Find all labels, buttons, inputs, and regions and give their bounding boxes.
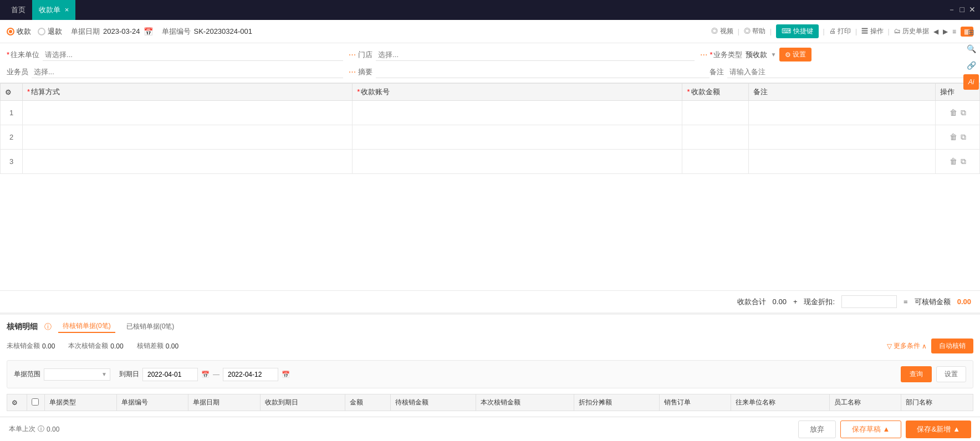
range-field: 单据范围 ▼: [14, 368, 110, 381]
delete-icon-1[interactable]: 🗑: [950, 108, 957, 117]
search-settings-btn[interactable]: 设置: [936, 366, 966, 382]
row-amount-3[interactable]: [682, 150, 749, 174]
row-settle-1[interactable]: [23, 101, 353, 125]
save-draft-btn[interactable]: 保存草稿 ▲: [840, 421, 902, 438]
minimize-icon[interactable]: －: [948, 5, 956, 15]
copy-icon-1[interactable]: ⧉: [961, 108, 966, 117]
sidebar-ai-icon[interactable]: Ai: [963, 74, 979, 90]
row-note-1[interactable]: [749, 101, 936, 125]
row-amount-1[interactable]: [682, 101, 749, 125]
nav-tab-receipt[interactable]: 收款单 ×: [32, 0, 75, 20]
layout-icon[interactable]: ≡: [952, 28, 956, 35]
delete-icon-2[interactable]: 🗑: [950, 132, 957, 142]
row-note-2[interactable]: [749, 125, 936, 150]
tab-pending[interactable]: 待核销单据(0笔): [58, 320, 115, 333]
close-icon[interactable]: ✕: [969, 5, 976, 15]
col-note: 备注: [749, 84, 936, 101]
history-link[interactable]: 🗂 历史单据: [894, 27, 929, 36]
search-actions: 查询 设置: [901, 366, 966, 382]
reconcile-info-icon[interactable]: ⓘ: [44, 322, 52, 332]
staff-more-btn[interactable]: ···: [346, 67, 358, 77]
uncancelled-amount: 未核销金额 0.00: [7, 339, 55, 353]
more-conditions-link[interactable]: ▽ 更多条件 ∧: [887, 341, 927, 351]
btcol-amount: 金额: [345, 394, 391, 411]
note-label: 备注: [710, 67, 724, 77]
shortcut-btn[interactable]: ⌨ 快捷键: [776, 24, 818, 38]
col-settle-method: 结算方式: [23, 84, 353, 101]
sidebar-search-icon[interactable]: 🔍: [963, 41, 979, 57]
staff-input[interactable]: [32, 66, 343, 78]
copy-icon-3[interactable]: ⧉: [961, 157, 966, 166]
tab-done[interactable]: 已核销单据(0笔): [122, 321, 179, 332]
table-gear-header[interactable]: ⚙: [1, 84, 23, 101]
from-unit-more-btn[interactable]: ···: [346, 50, 358, 60]
reconcile-section: 核销明细 ⓘ 待核销单据(0笔) 已核销单据(0笔) 未核销金额 0.00 本次…: [0, 312, 980, 417]
net-amount-value: 0.00: [957, 298, 971, 306]
date-label-search: 到期日: [119, 370, 139, 379]
store-more-btn[interactable]: ···: [698, 50, 710, 60]
row-account-3[interactable]: [353, 150, 682, 174]
nav-actions: － □ ✕: [948, 5, 976, 15]
summary-field: 摘要: [358, 66, 710, 78]
business-type-dropdown[interactable]: ▼: [770, 52, 776, 58]
row-account-1[interactable]: [353, 101, 682, 125]
date-to-input[interactable]: [223, 368, 278, 381]
operation-link[interactable]: ☰ 操作: [861, 27, 883, 36]
copy-icon-2[interactable]: ⧉: [961, 132, 966, 142]
nav-prev-icon[interactable]: ◀: [933, 28, 938, 35]
help-link[interactable]: ◎ 帮助: [744, 27, 765, 36]
summary-input[interactable]: [376, 66, 710, 78]
summary-label: 摘要: [358, 67, 372, 77]
current-cancel-amount: 本次核销金额 0.00: [68, 339, 123, 353]
btcol-gear[interactable]: ⚙: [7, 394, 27, 411]
calendar-to-icon[interactable]: 📅: [282, 371, 290, 378]
table-row: 1 🗑 ⧉: [1, 101, 980, 125]
auto-cancel-btn[interactable]: 自动核销: [931, 339, 973, 353]
main-table: ⚙ 结算方式 收款账号 收款金额 备注 操作 1 �: [0, 83, 980, 174]
bottom-table-section: ⚙ 单据类型 单据编号 单据日期 收款到期日 金额 待核销金额 本次核销金额 折…: [7, 394, 973, 411]
nav-next-icon[interactable]: ▶: [943, 28, 948, 35]
note-input[interactable]: [727, 66, 973, 78]
row-account-2[interactable]: [353, 125, 682, 150]
select-all-checkbox[interactable]: [32, 398, 39, 406]
collection-total-value: 0.00: [773, 298, 787, 306]
cancel-diff-amount: 核销差额 0.00: [137, 339, 178, 353]
refund-radio[interactable]: 退款: [38, 27, 62, 37]
tab-close-icon[interactable]: ×: [65, 6, 69, 14]
maximize-icon[interactable]: □: [960, 5, 964, 15]
query-btn[interactable]: 查询: [901, 366, 932, 382]
from-unit-label: 往来单位: [7, 50, 39, 60]
abandon-btn[interactable]: 放弃: [798, 421, 836, 438]
nav-tab-home[interactable]: 首页: [4, 0, 32, 20]
btcol-unit-name: 往来单位名称: [731, 394, 829, 411]
sidebar-attach-icon[interactable]: 🔗: [963, 58, 979, 73]
save-new-btn[interactable]: 保存&新增 ▲: [906, 421, 971, 438]
col-amount: 收款金额: [682, 84, 749, 101]
btcol-sales-order: 销售订单: [659, 394, 731, 411]
settings-btn[interactable]: ⚙ 设置: [779, 48, 811, 61]
print-link[interactable]: 🖨 打印: [829, 27, 851, 36]
right-sidebar: ⊞ 🔍 🔗 Ai: [962, 20, 980, 90]
totals-row: 收款合计 0.00 + 现金折扣: = 可核销金额 0.00: [0, 290, 980, 312]
row-settle-2[interactable]: [23, 125, 353, 150]
calendar-icon[interactable]: 📅: [144, 27, 153, 36]
sidebar-table-icon[interactable]: ⊞: [963, 24, 979, 40]
row-note-3[interactable]: [749, 150, 936, 174]
range-select[interactable]: [44, 368, 110, 381]
calendar-from-icon[interactable]: 📅: [201, 371, 210, 378]
receipt-radio[interactable]: 收款: [7, 27, 31, 37]
btcol-date: 单据日期: [188, 394, 261, 411]
row-settle-3[interactable]: [23, 150, 353, 174]
video-link[interactable]: ◎ 视频: [711, 27, 733, 36]
form-row-2: 业务员 ··· 摘要 备注: [7, 66, 973, 78]
btcol-check: [27, 394, 45, 411]
header-section: 收款 退款 单据日期 2023-03-24 📅 单据编号 SK-20230324…: [0, 20, 980, 43]
date-from-input[interactable]: [142, 368, 198, 381]
from-unit-input[interactable]: [43, 49, 343, 61]
receipt-refund-radio: 收款 退款: [7, 27, 62, 37]
store-input[interactable]: [376, 49, 695, 61]
row-num-3: 3: [1, 150, 23, 174]
cash-discount-input[interactable]: [841, 295, 897, 308]
delete-icon-3[interactable]: 🗑: [950, 157, 957, 166]
row-amount-2[interactable]: [682, 125, 749, 150]
